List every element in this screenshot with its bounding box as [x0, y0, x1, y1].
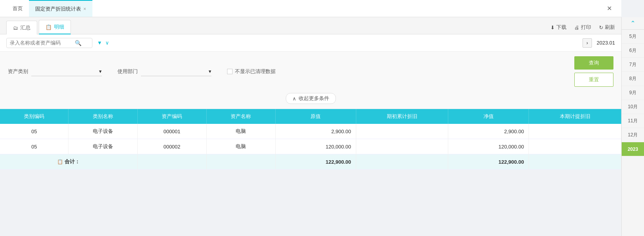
collapse-label: 收起更多条件: [299, 95, 329, 102]
col-net-value: 净值: [448, 109, 529, 124]
filter-actions: 查询 重置: [574, 56, 613, 87]
assets-table: 类别编码 类别名称 资产编码 资产名称 原值 期初累计折旧 净值 本期计提折旧 …: [0, 109, 621, 170]
month-item[interactable]: 12月: [622, 128, 644, 142]
print-label: 打印: [581, 24, 591, 31]
refresh-icon: ↻: [599, 25, 603, 30]
asset-category-dropdown-icon: ▾: [99, 68, 102, 74]
collapse-conditions-button[interactable]: ∧ 收起更多条件: [286, 93, 336, 104]
table-row: 05 电子设备 000002 电脑 120,000.00 120,000.00: [0, 139, 621, 154]
chevron-down-icon: ∨: [105, 40, 109, 46]
tab-detail[interactable]: 📋 明细: [39, 20, 71, 34]
refresh-button[interactable]: ↻ 刷新: [599, 24, 615, 31]
download-icon: ⬇: [550, 25, 555, 30]
tab-summary[interactable]: 🗂 汇总: [6, 21, 37, 34]
right-sidebar: ⌃ 5月6月7月8月9月10月11月12月 2023: [621, 17, 644, 236]
table-row: 05 电子设备 000001 电脑 2,900.00 2,900.00: [0, 124, 621, 139]
total-row: 📋合计： 122,900.00 122,900.00: [0, 154, 621, 170]
col-current-depreciation: 本期计提折旧: [529, 109, 621, 124]
department-dropdown-icon: ▾: [209, 68, 211, 74]
search-bar: 🔍 ▼ ∨ › 2023.01: [0, 34, 621, 52]
search-input[interactable]: [10, 40, 72, 46]
col-original-value: 原值: [275, 109, 356, 124]
summary-icon: 🗂: [13, 25, 18, 31]
month-item[interactable]: 5月: [622, 30, 644, 44]
detail-icon: 📋: [45, 24, 52, 30]
search-input-wrap[interactable]: 🔍: [6, 38, 92, 48]
month-item[interactable]: 8月: [622, 72, 644, 86]
more-conditions-button[interactable]: ▼ ∨: [97, 40, 109, 46]
refresh-label: 刷新: [605, 24, 615, 31]
filter-icon: ▼: [97, 40, 102, 46]
reset-button[interactable]: 重置: [574, 73, 613, 87]
filter-area: 资产类别 ▾ 使用部门 ▾ 不显示已清理数据 查询 重置: [0, 52, 621, 109]
col-asset-code: 资产编码: [137, 109, 206, 124]
col-category-code: 类别编码: [0, 109, 69, 124]
department-filter: 使用部门 ▾: [117, 67, 211, 76]
month-item[interactable]: 11月: [622, 114, 644, 128]
tab-detail-label: 明细: [54, 23, 64, 30]
collapse-up-icon: ∧: [292, 96, 296, 102]
col-asset-name: 资产名称: [206, 109, 275, 124]
hide-cleared-label: 不显示已清理数据: [235, 68, 276, 75]
tab-summary-label: 汇总: [20, 24, 31, 31]
sidebar-up-arrow[interactable]: ⌃: [622, 17, 644, 30]
month-item[interactable]: 9月: [622, 86, 644, 100]
month-item[interactable]: 10月: [622, 100, 644, 114]
asset-category-label: 资产类别: [8, 68, 28, 75]
download-label: 下载: [556, 24, 566, 31]
hide-cleared-checkbox[interactable]: [227, 69, 233, 74]
tab-title: 固定资产折旧统计表: [35, 5, 81, 13]
year-item[interactable]: 2023: [622, 142, 644, 156]
table-header-row: 类别编码 类别名称 资产编码 资产名称 原值 期初累计折旧 净值 本期计提折旧: [0, 109, 621, 124]
asset-category-filter: 资产类别 ▾: [8, 67, 102, 76]
tab-bar: 🗂 汇总 📋 明细 ⬇ 下载 🖨 打印 ↻ 刷新: [0, 17, 621, 34]
table-wrap: 类别编码 类别名称 资产编码 资产名称 原值 期初累计折旧 净值 本期计提折旧 …: [0, 109, 621, 170]
hide-cleared-filter: 不显示已清理数据: [227, 68, 276, 75]
window-close-button[interactable]: ✕: [604, 5, 615, 12]
month-item[interactable]: 6月: [622, 44, 644, 58]
month-item[interactable]: 7月: [622, 58, 644, 72]
fixed-assets-tab[interactable]: 固定资产折旧统计表 ×: [29, 0, 92, 17]
tab-close-icon[interactable]: ×: [83, 6, 86, 12]
department-label: 使用部门: [117, 68, 138, 75]
search-icon: 🔍: [75, 40, 81, 46]
query-button[interactable]: 查询: [574, 56, 613, 70]
download-button[interactable]: ⬇ 下载: [550, 24, 566, 31]
asset-category-select[interactable]: ▾: [31, 67, 102, 76]
print-button[interactable]: 🖨 打印: [574, 24, 591, 31]
col-category-name: 类别名称: [69, 109, 137, 124]
col-accumulated-depreciation: 期初累计折旧: [356, 109, 448, 124]
collapse-arrow-button[interactable]: ›: [583, 38, 592, 48]
department-select[interactable]: ▾: [141, 67, 211, 76]
print-icon: 🖨: [574, 25, 579, 30]
date-display: 2023.01: [597, 40, 615, 46]
home-nav-item[interactable]: 首页: [6, 0, 29, 17]
